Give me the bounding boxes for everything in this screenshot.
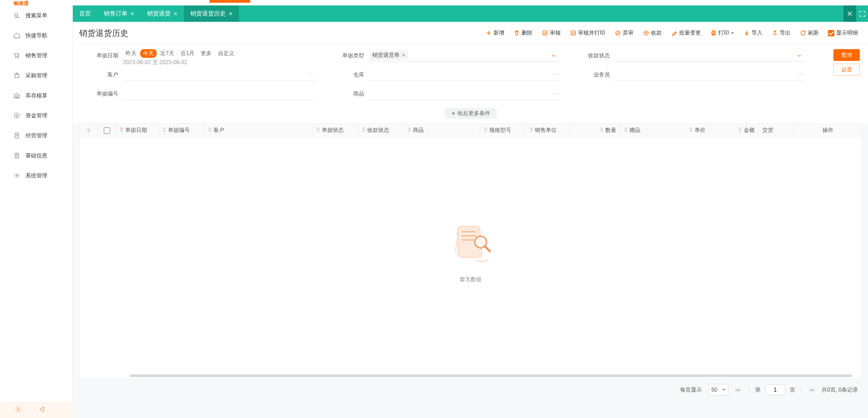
show-detail-toggle[interactable]: 显示明细 <box>824 26 862 40</box>
chip-7days[interactable]: 近7天 <box>157 49 177 58</box>
close-icon[interactable]: ✕ <box>173 11 178 17</box>
import-button[interactable]: 导入 <box>740 26 766 40</box>
svg-marker-36 <box>162 130 166 132</box>
side-stock[interactable]: 库存核算 <box>0 86 72 106</box>
page-input[interactable] <box>765 384 785 395</box>
tab-home[interactable]: 首页 <box>73 5 97 22</box>
receive-status-select[interactable] <box>614 49 805 62</box>
th-doc-no[interactable]: 单据编号 <box>159 124 204 137</box>
horizontal-scrollbar[interactable] <box>80 373 861 378</box>
doc-no-input[interactable] <box>123 87 316 100</box>
query-button[interactable]: 查询 <box>833 49 860 61</box>
settings-icon[interactable] <box>15 406 22 414</box>
goods-input[interactable] <box>369 87 559 100</box>
side-label: 采购管理 <box>25 72 47 80</box>
th-spec[interactable]: 规格型号 <box>480 124 526 137</box>
side-search-menu[interactable]: 搜索菜单 <box>0 5 72 25</box>
table-settings-icon[interactable] <box>80 124 98 137</box>
th-qty[interactable]: 数量 <box>571 124 620 137</box>
side-purchase[interactable]: 采购管理 <box>0 65 72 86</box>
doc-type-select[interactable]: 销货退货单✕ <box>369 49 559 62</box>
discard-button[interactable]: 弃审 <box>611 26 637 40</box>
warehouse-input[interactable] <box>369 68 559 81</box>
tab-sales-return-history[interactable]: 销货退货历史✕ <box>184 5 239 22</box>
table-header: 单据日期 单据编号 客户 单据状态 收款状态 商品 规格型号 销售单位 数量 赠… <box>80 124 861 137</box>
chip-yesterday[interactable]: 昨天 <box>123 49 139 58</box>
trash-icon <box>513 30 520 36</box>
batch-change-button[interactable]: 批量变更 <box>667 26 705 40</box>
select-all-checkbox[interactable] <box>98 124 116 137</box>
side-label: 基础信息 <box>25 152 47 160</box>
side-funds[interactable]: ¥ 资金管理 <box>0 106 72 126</box>
setting-button[interactable]: 设置 <box>833 64 860 76</box>
fullscreen-icon[interactable] <box>856 5 868 22</box>
svg-point-3 <box>15 57 16 58</box>
th-doc-status[interactable]: 单据状态 <box>313 124 358 137</box>
tab-sales-order[interactable]: 销售订单✕ <box>97 5 141 22</box>
ellipsis-icon[interactable]: ··· <box>798 71 804 77</box>
next-page-icon[interactable]: 〉 <box>800 386 805 394</box>
svg-marker-44 <box>407 130 411 132</box>
collapse-filters[interactable]: 收起更多条件 <box>445 108 497 119</box>
svg-marker-47 <box>529 127 533 129</box>
export-button[interactable]: 导出 <box>768 26 794 40</box>
chip-more[interactable]: 更多 <box>198 49 214 58</box>
th-sale-unit[interactable]: 销售单位 <box>526 124 571 137</box>
announce-icon[interactable] <box>39 406 46 414</box>
salesman-input[interactable] <box>614 68 805 81</box>
svg-marker-54 <box>689 130 693 132</box>
new-button[interactable]: 新增 <box>482 26 508 40</box>
delete-button[interactable]: 删除 <box>510 26 536 40</box>
side-system[interactable]: 系统管理 <box>0 166 72 186</box>
svg-marker-43 <box>407 127 411 129</box>
side-label: 资金管理 <box>25 112 47 120</box>
th-operate: 操作 <box>794 124 861 137</box>
th-goods[interactable]: 商品 <box>404 124 480 137</box>
chip-today[interactable]: 今天 <box>140 49 157 58</box>
audit-button[interactable]: 审核 <box>538 26 564 40</box>
empty-state: 暂无数据 <box>446 218 496 283</box>
th-gift[interactable]: 赠品 <box>620 124 648 137</box>
side-sales[interactable]: 销售管理 <box>0 45 72 65</box>
coin-icon: ¥ <box>13 111 21 120</box>
ellipsis-icon[interactable]: ··· <box>552 90 558 96</box>
warehouse-icon <box>13 91 21 100</box>
refresh-button[interactable]: 刷新 <box>796 26 822 40</box>
tag-remove-icon[interactable]: ✕ <box>401 52 406 58</box>
th-unit-price[interactable]: 单价 <box>648 124 710 137</box>
close-all-tabs[interactable] <box>843 5 856 22</box>
th-doc-date[interactable]: 单据日期 <box>116 124 159 137</box>
close-icon[interactable]: ✕ <box>130 11 134 17</box>
per-page-select[interactable]: 50 <box>708 384 729 396</box>
svg-text:¥: ¥ <box>16 114 18 117</box>
th-customer[interactable]: 客户 <box>204 124 313 137</box>
first-page-icon[interactable]: ⏮ <box>735 387 741 393</box>
th-receive-status[interactable]: 收款状态 <box>358 124 404 137</box>
tab-sales-return[interactable]: 销货退货✕ <box>141 5 184 22</box>
chip-custom[interactable]: 自定义 <box>215 49 237 58</box>
last-page-icon[interactable]: ⏭ <box>810 387 815 393</box>
side-quick-nav[interactable]: 快捷导航 <box>0 25 72 45</box>
th-amount[interactable]: 金额 <box>710 124 759 137</box>
customer-input[interactable] <box>123 68 316 81</box>
print-button[interactable]: 打印 <box>706 26 738 40</box>
ellipsis-icon[interactable]: ··· <box>309 71 315 77</box>
empty-text: 暂无数据 <box>446 276 496 283</box>
filter-panel: 查询 设置 单据日期 昨天 今天 近7天 近1月 更多 自定义 2023-06-… <box>73 45 868 123</box>
prev-page-icon[interactable]: 〈 <box>745 386 751 394</box>
svg-marker-45 <box>484 127 487 129</box>
check-doc-icon <box>570 30 576 36</box>
chip-1month[interactable]: 近1月 <box>178 49 198 58</box>
svg-marker-48 <box>529 130 533 132</box>
receive-button[interactable]: 收款 <box>639 26 665 40</box>
svg-marker-37 <box>208 127 212 129</box>
audit-print-button[interactable]: 审核并打印 <box>566 26 609 40</box>
action-bar: 新增 删除 审核 审核并打印 弃审 收款 批量变更 打印 导入 导出 刷新 显示… <box>482 26 862 40</box>
close-icon[interactable]: ✕ <box>228 11 233 17</box>
ellipsis-icon[interactable]: ··· <box>552 71 558 77</box>
side-business[interactable]: 经营管理 <box>0 126 72 146</box>
th-delivery[interactable]: 交货 <box>759 124 794 137</box>
svg-line-25 <box>616 32 619 35</box>
side-basic[interactable]: 基础信息 <box>0 146 72 166</box>
svg-marker-46 <box>484 130 487 132</box>
